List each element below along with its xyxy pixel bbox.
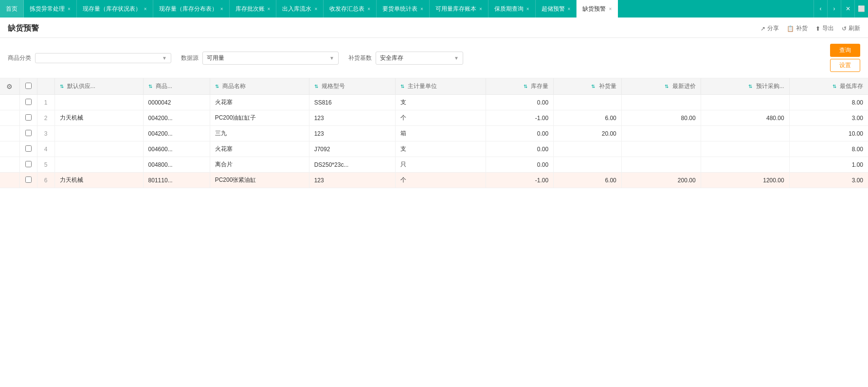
td-code-0: 0000042 — [143, 95, 210, 110]
th-estimated-purchase[interactable]: ⇅ 预计采购... — [701, 78, 789, 95]
td-spec-5: 123 — [309, 173, 395, 188]
td-checkbox-2[interactable] — [19, 126, 37, 141]
refresh-button[interactable]: ↺ 刷新 — [842, 24, 860, 33]
td-price-2 — [621, 126, 701, 141]
export-button[interactable]: ⬆ 导出 — [815, 24, 834, 33]
tab-inventory-dist[interactable]: 现存量（库存分布表） × — [153, 0, 230, 18]
th-product-code[interactable]: ⇅ 商品... — [143, 78, 210, 95]
td-settings-2 — [0, 126, 19, 141]
row-checkbox-0[interactable] — [25, 99, 32, 105]
th-unit[interactable]: ⇅ 主计量单位 — [395, 78, 486, 95]
filter-actions: 查询 设置 — [830, 44, 860, 72]
td-estimated-0 — [701, 95, 789, 110]
td-minstock-5: 3.00 — [789, 173, 868, 188]
th-settings[interactable]: ⚙ — [0, 78, 19, 95]
tab-close-inventory-dist[interactable]: × — [220, 6, 223, 12]
tab-close-demand-stat[interactable]: × — [420, 6, 423, 12]
td-unit-5: 个 — [395, 173, 486, 188]
td-price-3 — [621, 141, 701, 157]
td-minstock-0: 8.00 — [789, 95, 868, 110]
th-replenish-qty[interactable]: ⇅ 补货量 — [554, 78, 622, 95]
query-button[interactable]: 查询 — [830, 44, 860, 57]
tab-close-batch-account[interactable]: × — [268, 6, 271, 12]
td-estimated-5: 1200.00 — [701, 173, 789, 188]
th-latest-price[interactable]: ⇅ 最新进价 — [621, 78, 701, 95]
tab-inventory-status[interactable]: 现存量（库存状况表） × — [77, 0, 153, 18]
td-code-2: 004200... — [143, 126, 210, 141]
tab-available-ledger[interactable]: 可用量库存账本 × — [430, 0, 488, 18]
tab-batch-account[interactable]: 库存批次账 × — [230, 0, 277, 18]
row-checkbox-3[interactable] — [25, 145, 32, 152]
td-checkbox-1[interactable] — [19, 110, 37, 126]
tab-shortage[interactable]: 缺货预警 × — [577, 0, 618, 18]
replenish-base-chevron-icon: ▼ — [454, 55, 459, 61]
td-checkbox-0[interactable] — [19, 95, 37, 110]
tab-close-inventory-status[interactable]: × — [144, 6, 147, 12]
replenish-base-select[interactable]: 安全库存 ▼ — [376, 52, 463, 65]
th-row-num — [37, 78, 54, 95]
th-default-supplier[interactable]: ⇅ 默认供应... — [54, 78, 143, 95]
category-select[interactable]: ▼ — [35, 53, 171, 63]
tab-prev-button[interactable]: ‹ — [814, 0, 827, 18]
tab-close-exception[interactable]: × — [68, 6, 71, 12]
tab-in-out-flow[interactable]: 出入库流水 × — [276, 0, 324, 18]
tab-close-others-button[interactable]: ✕ — [841, 0, 854, 18]
sort-icon-code: ⇅ — [148, 84, 152, 89]
tab-close-receive-summary[interactable]: × — [367, 6, 370, 12]
td-minstock-4: 1.00 — [789, 157, 868, 173]
tab-close-in-out-flow[interactable]: × — [314, 6, 317, 12]
row-checkbox-5[interactable] — [25, 176, 32, 183]
tab-exception[interactable]: 拣货异常处理 × — [24, 0, 77, 18]
tab-close-expiry-query[interactable]: × — [526, 6, 529, 12]
td-rownum-1: 2 — [37, 110, 54, 126]
tab-home[interactable]: 首页 — [0, 0, 24, 18]
replenish-base-value: 安全库存 — [380, 54, 403, 62]
tab-overstock[interactable]: 超储预警 × — [536, 0, 577, 18]
td-name-4: 离合片 — [210, 157, 309, 173]
table-settings-icon[interactable]: ⚙ — [6, 83, 13, 90]
tab-expiry-query[interactable]: 保质期查询 × — [488, 0, 536, 18]
row-checkbox-2[interactable] — [25, 130, 32, 136]
td-rownum-3: 4 — [37, 141, 54, 157]
tab-receive-summary[interactable]: 收发存汇总表 × — [324, 0, 377, 18]
th-checkbox[interactable] — [19, 78, 37, 95]
tab-maximize-button[interactable]: ⬜ — [854, 0, 868, 18]
td-estimated-1: 480.00 — [701, 110, 789, 126]
select-all-checkbox[interactable] — [25, 83, 32, 89]
td-minstock-2: 10.00 — [789, 126, 868, 141]
td-supplier-1: 力天机械 — [54, 110, 143, 126]
td-checkbox-4[interactable] — [19, 157, 37, 173]
td-replenish-1: 6.00 — [554, 110, 622, 126]
table-row: 4 004600... 火花塞 J7092 支 0.00 8.00 — [0, 141, 868, 157]
td-checkbox-5[interactable] — [19, 173, 37, 188]
settings-button[interactable]: 设置 — [830, 59, 860, 72]
replenish-button[interactable]: 📋 补货 — [787, 24, 808, 33]
tab-close-shortage[interactable]: × — [609, 6, 612, 12]
share-button[interactable]: ↗ 分享 — [760, 24, 779, 33]
tab-demand-stat[interactable]: 要货单统计表 × — [377, 0, 430, 18]
datasource-select[interactable]: 可用量 ▼ — [202, 52, 339, 65]
td-replenish-5: 6.00 — [554, 173, 622, 188]
td-unit-3: 支 — [395, 141, 486, 157]
td-unit-4: 只 — [395, 157, 486, 173]
td-stock-1: -1.00 — [486, 110, 554, 126]
row-checkbox-1[interactable] — [25, 114, 32, 121]
header-actions: ↗ 分享 📋 补货 ⬆ 导出 ↺ 刷新 — [760, 24, 860, 33]
td-checkbox-3[interactable] — [19, 141, 37, 157]
sort-icon-name: ⇅ — [215, 84, 219, 89]
th-stock[interactable]: ⇅ 库存量 — [486, 78, 554, 95]
tab-next-button[interactable]: › — [827, 0, 841, 18]
td-spec-2: 123 — [309, 126, 395, 141]
th-spec[interactable]: ⇅ 规格型号 — [309, 78, 395, 95]
td-estimated-2 — [701, 126, 789, 141]
tab-close-available-ledger[interactable]: × — [479, 6, 482, 12]
th-min-stock[interactable]: ⇅ 最低库存 — [789, 78, 868, 95]
page-content: 缺货预警 ↗ 分享 📋 补货 ⬆ 导出 ↺ 刷新 商品分类 — [0, 18, 868, 387]
table-container: ⚙ ⇅ 默认供应... ⇅ 商品... ⇅ — [0, 78, 868, 188]
td-replenish-3 — [554, 141, 622, 157]
tab-bar: 首页 拣货异常处理 × 现存量（库存状况表） × 现存量（库存分布表） × 库存… — [0, 0, 868, 18]
td-minstock-1: 3.00 — [789, 110, 868, 126]
row-checkbox-4[interactable] — [25, 161, 32, 167]
tab-close-overstock[interactable]: × — [568, 6, 571, 12]
th-product-name[interactable]: ⇅ 商品名称 — [210, 78, 309, 95]
